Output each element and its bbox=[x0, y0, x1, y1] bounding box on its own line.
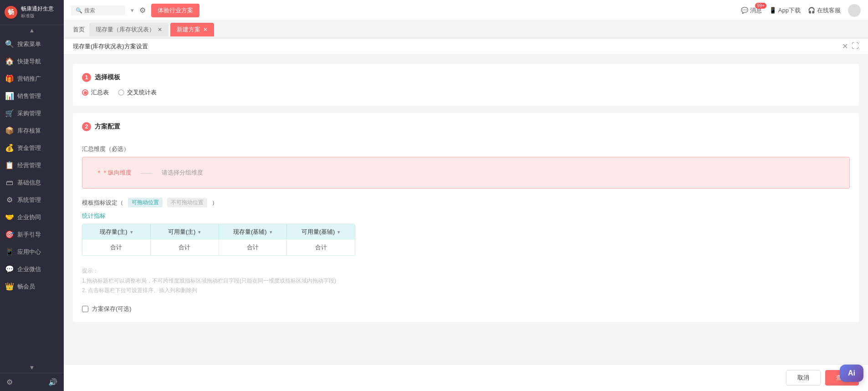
app-download-button[interactable]: 📱 App下载 bbox=[769, 6, 801, 15]
chevron-col0[interactable]: ▾ bbox=[130, 229, 133, 235]
sidebar-scroll-down[interactable]: ▼ bbox=[0, 362, 64, 373]
dimension-placeholder[interactable]: 请选择分组维度 bbox=[162, 169, 203, 177]
sidebar-item-new-guide[interactable]: 🎯 新手引导 bbox=[0, 226, 64, 243]
sidebar-item-label: 营销推广 bbox=[17, 75, 41, 83]
stats-col3-label: 可用量(基辅) bbox=[301, 228, 335, 236]
sidebar-item-label: 畅会员 bbox=[17, 283, 35, 291]
step1-label: 1 选择模板 bbox=[82, 73, 120, 82]
weixin-icon: 💬 bbox=[5, 265, 14, 273]
dimension-config: 汇总维度（必选） ＊＊纵向维度 —— 请选择分组维度 bbox=[82, 145, 850, 189]
sidebar-item-label: 企业协同 bbox=[17, 213, 41, 221]
sidebar-item-label: 经营管理 bbox=[17, 161, 41, 170]
operations-icon: 📋 bbox=[5, 161, 14, 170]
basic-info-icon: 🗃 bbox=[5, 179, 14, 187]
settings-icon[interactable]: ⚙ bbox=[6, 378, 13, 386]
message-icon: 💬 bbox=[741, 7, 748, 14]
sidebar-item-purchase[interactable]: 🛒 采购管理 bbox=[0, 105, 64, 122]
sidebar-item-enterprise[interactable]: 🤝 企业协同 bbox=[0, 209, 64, 226]
sidebar-item-sales[interactable]: 📊 销售管理 bbox=[0, 87, 64, 105]
search-box[interactable]: 🔍 bbox=[71, 5, 125, 15]
sidebar-item-search-menu[interactable]: 🔍 搜索菜单 bbox=[0, 36, 64, 53]
stats-header-col-1[interactable]: 可用量(主) ▾ bbox=[151, 224, 219, 240]
main-area: 🔍 ▾ ⚙ 体验行业方案 💬 消息 99+ 📱 App下载 🎧 在线客服 首页 bbox=[64, 0, 868, 391]
topbar-dropdown-icon[interactable]: ▾ bbox=[131, 7, 134, 14]
radio-cross-circle bbox=[118, 89, 124, 96]
sales-icon: 📊 bbox=[5, 92, 14, 100]
radio-cross[interactable]: 交叉统计表 bbox=[118, 88, 157, 97]
tab-inventory-status[interactable]: 现存量（库存状况表） ✕ bbox=[89, 23, 168, 36]
stats-header-col-3[interactable]: 可用量(基辅) ▾ bbox=[287, 224, 355, 240]
sidebar-item-label: 采购管理 bbox=[17, 109, 41, 118]
user-avatar[interactable] bbox=[848, 4, 861, 17]
template-radio-group: 汇总表 交叉统计表 bbox=[82, 88, 850, 97]
sidebar-item-weixin[interactable]: 💬 企业微信 bbox=[0, 261, 64, 278]
stats-cell-0: 合计 bbox=[82, 240, 151, 255]
tab-new-scheme-close[interactable]: ✕ bbox=[203, 26, 208, 33]
finance-icon: 💰 bbox=[5, 144, 14, 152]
message-button[interactable]: 💬 消息 99+ bbox=[741, 6, 762, 15]
stats-header-col-0[interactable]: 现存量(主) ▾ bbox=[82, 224, 151, 240]
volume-icon[interactable]: 🔊 bbox=[48, 378, 57, 386]
sidebar-item-system[interactable]: ⚙ 系统管理 bbox=[0, 191, 64, 209]
non-draggable-chip: 不可拖动位置 bbox=[167, 198, 207, 207]
topbar: 🔍 ▾ ⚙ 体验行业方案 💬 消息 99+ 📱 App下载 🎧 在线客服 bbox=[64, 0, 868, 21]
sidebar-item-label: 企业微信 bbox=[17, 265, 41, 273]
stats-col1-label: 可用量(主) bbox=[168, 228, 196, 236]
headset-icon: 🎧 bbox=[808, 7, 815, 14]
ai-fab-button[interactable]: Ai bbox=[840, 365, 863, 382]
sidebar-item-quick-nav[interactable]: 🏠 快捷导航 bbox=[0, 53, 64, 70]
marketing-icon: 🎁 bbox=[5, 75, 14, 83]
topbar-right: 💬 消息 99+ 📱 App下载 🎧 在线客服 bbox=[741, 4, 861, 17]
sidebar-item-label: 搜索菜单 bbox=[17, 40, 41, 48]
gear-icon[interactable]: ⚙ bbox=[139, 6, 146, 15]
close-icon[interactable]: ✕ bbox=[842, 42, 848, 51]
tips-section: 提示： 1.拖动标题栏可以调整布局，不可跨维度或指标区域拖动栏目字段(只能在同一… bbox=[82, 266, 850, 296]
logo-text: 畅康通好生意 标准版 bbox=[21, 5, 54, 19]
sidebar-item-label: 销售管理 bbox=[17, 92, 41, 100]
sidebar-item-label: 资金管理 bbox=[17, 144, 41, 152]
stats-col2-label: 现存量(基辅) bbox=[233, 228, 267, 236]
tip-1: 1.拖动标题栏可以调整布局，不可跨维度或指标区域拖动栏目字段(只能在同一维度或指… bbox=[82, 276, 850, 286]
radio-summary[interactable]: 汇总表 bbox=[82, 88, 109, 97]
sidebar: 畅 畅康通好生意 标准版 ▲ 🔍 搜索菜单 🏠 快捷导航 🎁 营销推广 📊 销售… bbox=[0, 0, 64, 391]
chevron-col2[interactable]: ▾ bbox=[270, 229, 272, 235]
stats-col0-label: 现存量(主) bbox=[100, 228, 128, 236]
bottom-bar: 取消 查询 bbox=[64, 364, 868, 391]
member-icon: 👑 bbox=[5, 283, 14, 291]
sidebar-bottom: ⚙ 🔊 bbox=[0, 373, 64, 391]
page-content: 现存量(库存状况表)方案设置 ✕ ⛶ 1 选择模板 汇总表 bbox=[64, 38, 868, 364]
tab-inventory-close[interactable]: ✕ bbox=[158, 26, 162, 33]
sidebar-item-operations[interactable]: 📋 经营管理 bbox=[0, 157, 64, 174]
new-guide-icon: 🎯 bbox=[5, 231, 14, 239]
stats-section: 统计指标 现存量(主) ▾ 可用量(主) ▾ bbox=[82, 212, 850, 257]
tab-home[interactable]: 首页 bbox=[68, 23, 89, 36]
cancel-button[interactable]: 取消 bbox=[786, 370, 821, 386]
tip-2: 2. 点击标题栏下拉可设置排序、插入列和删除列 bbox=[82, 286, 850, 296]
sidebar-item-label: 应用中心 bbox=[17, 248, 41, 256]
dimension-box[interactable]: ＊＊纵向维度 —— 请选择分组维度 bbox=[82, 157, 850, 189]
chevron-col1[interactable]: ▾ bbox=[198, 229, 201, 235]
sidebar-item-label: 系统管理 bbox=[17, 196, 41, 204]
sidebar-logo: 畅 畅康通好生意 标准版 bbox=[0, 0, 64, 25]
tab-new-scheme[interactable]: 新建方案 ✕ bbox=[170, 23, 214, 36]
trial-button[interactable]: 体验行业方案 bbox=[151, 4, 199, 17]
sidebar-item-finance[interactable]: 💰 资金管理 bbox=[0, 139, 64, 157]
sidebar-item-label: 新手引导 bbox=[17, 231, 41, 239]
sidebar-item-marketing[interactable]: 🎁 营销推广 bbox=[0, 70, 64, 87]
search-input[interactable] bbox=[84, 7, 121, 14]
sidebar-item-basic-info[interactable]: 🗃 基础信息 bbox=[0, 174, 64, 191]
save-label: 方案保存(可选) bbox=[92, 305, 132, 313]
stats-header-col-2[interactable]: 现存量(基辅) ▾ bbox=[219, 224, 287, 240]
expand-icon[interactable]: ⛶ bbox=[852, 42, 859, 51]
search-icon: 🔍 bbox=[76, 7, 82, 14]
sidebar-item-app-center[interactable]: 📱 应用中心 bbox=[0, 243, 64, 261]
indicator-label: 模板指标设定（ 可拖动位置 不可拖动位置 ） bbox=[82, 198, 850, 207]
sidebar-scroll-up[interactable]: ▲ bbox=[0, 25, 64, 36]
save-checkbox[interactable] bbox=[82, 306, 88, 312]
sidebar-item-member[interactable]: 👑 畅会员 bbox=[0, 278, 64, 295]
indicator-config: 模板指标设定（ 可拖动位置 不可拖动位置 ） bbox=[82, 198, 850, 207]
chevron-col3[interactable]: ▾ bbox=[337, 229, 340, 235]
online-service-button[interactable]: 🎧 在线客服 bbox=[808, 6, 841, 15]
sidebar-item-inventory[interactable]: 📦 库存核算 bbox=[0, 122, 64, 139]
sidebar-nav: 🔍 搜索菜单 🏠 快捷导航 🎁 营销推广 📊 销售管理 🛒 采购管理 📦 库存核… bbox=[0, 36, 64, 362]
